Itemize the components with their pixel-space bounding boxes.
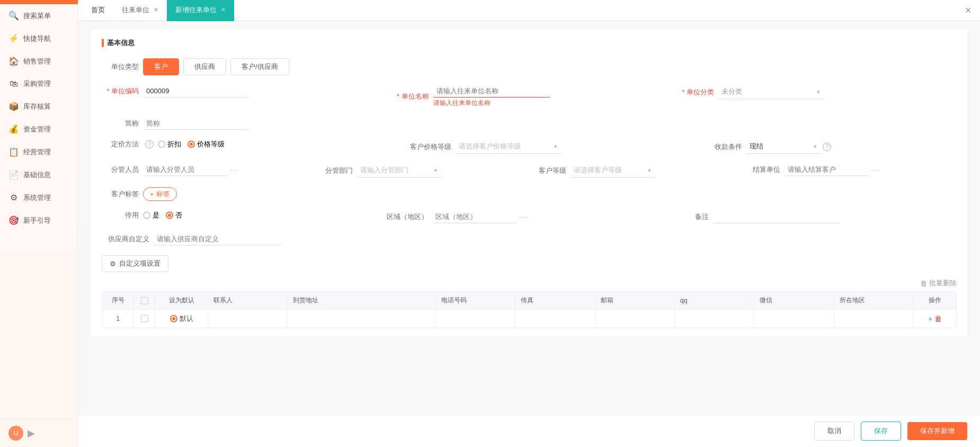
unit-category-label: * 单位分类 — [672, 87, 714, 97]
sidebar-item-label: 经营管理 — [23, 147, 51, 157]
row-add-button[interactable]: + — [928, 314, 932, 323]
select-all-checkbox[interactable] — [141, 297, 148, 304]
add-tag-button[interactable]: + 标签 — [143, 187, 177, 201]
sidebar: 🔍 搜索菜单 ⚡ 快捷导航 🏠 销售管理 🛍 采购管理 📦 库存核算 💰 资金管… — [0, 0, 78, 447]
dept-select[interactable]: 请输入分管部门 ▼ — [357, 163, 442, 178]
sidebar-collapse-icon[interactable]: ▶ — [28, 427, 35, 439]
disabled-yes-label: 是 — [153, 211, 159, 220]
gear-icon: ⚙ — [110, 260, 116, 268]
unit-category-select[interactable]: 未分类 ▼ — [718, 85, 824, 99]
sidebar-item-label: 快捷导航 — [23, 34, 51, 43]
tag-btn-label: 标签 — [156, 189, 170, 199]
row-delete-button[interactable]: 🗑 — [934, 314, 942, 323]
save-button[interactable]: 保存 — [861, 422, 901, 441]
pricing-level-option[interactable]: 价格等级 — [188, 139, 225, 149]
row-email-input[interactable] — [601, 315, 669, 322]
sidebar-item-inventory[interactable]: 📦 库存核算 — [0, 95, 78, 118]
row-contact-input[interactable] — [213, 315, 282, 322]
payment-help-icon[interactable]: ? — [823, 143, 831, 151]
col-header-phone: 电话号码 — [436, 292, 515, 309]
region-more-icon[interactable]: ··· — [519, 213, 529, 221]
close-all-tabs-button[interactable]: ✕ — [960, 5, 976, 15]
row-wechat[interactable] — [754, 310, 834, 328]
row-phone-input[interactable] — [441, 315, 510, 322]
manager-group: 分管人员 ··· — [102, 163, 316, 176]
sidebar-item-guide[interactable]: 🎯 新手引导 — [0, 209, 78, 232]
row-wechat-input[interactable] — [760, 315, 828, 322]
supplier-custom-input[interactable] — [154, 233, 281, 246]
customer-level-placeholder: 请选择客户等级 — [574, 165, 645, 175]
disabled-yes-option[interactable]: 是 — [143, 211, 159, 220]
sidebar-item-sales[interactable]: 🏠 销售管理 — [0, 50, 78, 73]
tab-partners[interactable]: 往来单位 ✕ — [113, 0, 167, 21]
row-qq[interactable] — [675, 310, 754, 328]
sidebar-item-quick-nav[interactable]: ⚡ 快捷导航 — [0, 27, 78, 50]
region-group: 区域（地区） ··· — [387, 211, 672, 223]
customer-price-level-select[interactable]: 请选择客户价格等级 ▼ — [456, 139, 562, 154]
settlement-more-icon[interactable]: ··· — [871, 165, 881, 174]
row-checkbox[interactable] — [141, 315, 148, 322]
custom-settings-button[interactable]: ⚙ 自定义项设置 — [102, 255, 168, 272]
manager-more-icon[interactable]: ··· — [230, 165, 239, 174]
row-email[interactable] — [595, 310, 675, 328]
disabled-no-option[interactable]: 否 — [166, 211, 182, 220]
row-default: 默认 — [155, 310, 208, 328]
row-default-radio[interactable]: 默认 — [170, 314, 193, 323]
tab-new-partner[interactable]: 新增往来单位 ✕ — [167, 0, 234, 21]
col-header-seq: 序号 — [102, 292, 134, 309]
row-addr[interactable] — [288, 310, 436, 328]
tab-close-icon[interactable]: ✕ — [154, 6, 158, 13]
unit-code-input[interactable] — [143, 85, 249, 98]
tab-close-active-icon[interactable]: ✕ — [221, 6, 226, 13]
row-fax[interactable] — [515, 310, 595, 328]
unit-btn-both[interactable]: 客户/供应商 — [230, 58, 289, 75]
settlement-label: 结算单位 — [743, 165, 780, 174]
pricing-discount-option[interactable]: 折扣 — [158, 139, 181, 149]
unit-name-input[interactable] — [433, 85, 550, 98]
payment-terms-select[interactable]: 现结 ▼ — [746, 139, 821, 154]
row-fax-input[interactable] — [521, 315, 589, 322]
pricing-help-icon[interactable]: ? — [145, 140, 154, 148]
unit-btn-supplier[interactable]: 供应商 — [183, 58, 226, 75]
col-header-qq: qq — [675, 292, 754, 309]
row-addr-input[interactable] — [293, 315, 430, 322]
unit-btn-customer[interactable]: 客户 — [143, 58, 179, 75]
remark-input[interactable] — [713, 211, 840, 223]
section-title: 基本信息 — [102, 38, 957, 48]
customer-price-level-placeholder: 请选择客户价格等级 — [459, 142, 551, 151]
row-contact[interactable] — [208, 310, 288, 328]
settlement-input[interactable] — [785, 163, 869, 176]
unit-name-error: 请输入往来单位名称 — [433, 99, 550, 108]
batch-delete-button[interactable]: 🗑 批量删除 — [920, 278, 957, 288]
sidebar-item-basic-info[interactable]: 📄 基础信息 — [0, 163, 78, 186]
unit-type-buttons: 客户 供应商 客户/供应商 — [143, 58, 289, 75]
sidebar-item-finance[interactable]: 💰 资金管理 — [0, 118, 78, 141]
chevron-down-icon5: ▼ — [647, 168, 652, 173]
row-region[interactable] — [834, 310, 914, 328]
manager-input[interactable] — [143, 163, 228, 176]
col-header-contact: 联系人 — [208, 292, 288, 309]
region-input[interactable] — [432, 211, 517, 223]
payment-terms-group: 收款条件 现结 ▼ ? — [705, 139, 957, 154]
sidebar-item-search[interactable]: 🔍 搜索菜单 — [0, 4, 78, 27]
abbr-input[interactable] — [143, 117, 249, 130]
customer-level-select[interactable]: 请选择客户等级 ▼ — [571, 163, 655, 178]
sidebar-item-purchase[interactable]: 🛍 采购管理 — [0, 73, 78, 95]
row-qq-input[interactable] — [680, 315, 749, 322]
save-and-new-button[interactable]: 保存并新增 — [907, 422, 967, 440]
remark-group: 备注 — [672, 211, 957, 223]
tab-home[interactable]: 首页 — [83, 0, 113, 21]
row-seq: 1 — [102, 310, 134, 328]
tag-group: 客户标签 + 标签 — [102, 187, 957, 201]
code-name-category-row: * 单位编码 * 单位名称 请输入往来单位名称 * 单位分类 未分类 ▼ — [102, 85, 957, 108]
cancel-button[interactable]: 取消 — [814, 422, 854, 441]
row-region-input[interactable] — [840, 315, 908, 322]
manager-row: 分管人员 ··· 分管部门 请输入分管部门 ▼ 客户等级 请选择客户等级 ▼ — [102, 163, 957, 178]
sidebar-item-operations[interactable]: 📋 经营管理 — [0, 141, 78, 163]
col-header-fax: 传真 — [515, 292, 595, 309]
section-title-accent — [102, 39, 104, 47]
row-phone[interactable] — [436, 310, 515, 328]
inventory-icon: 📦 — [8, 101, 19, 111]
col-header-default: 设为默认 — [155, 292, 208, 309]
sidebar-item-system[interactable]: ⚙ 系统管理 — [0, 186, 78, 209]
